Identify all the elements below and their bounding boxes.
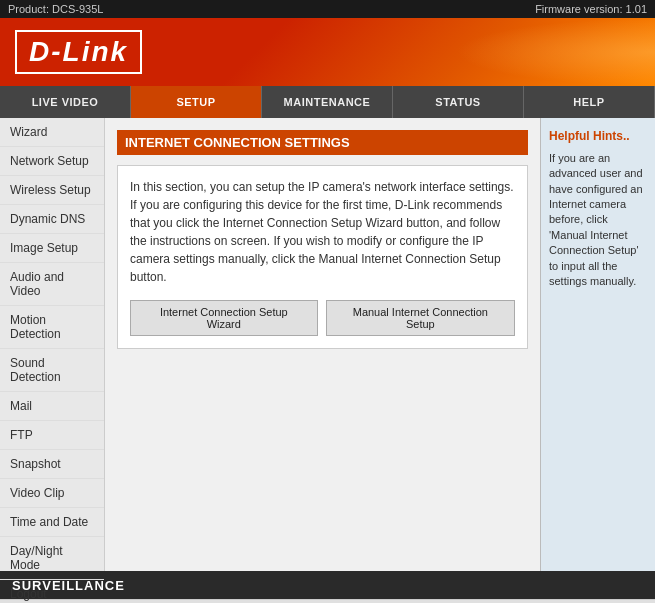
top-bar: Product: DCS-935L Firmware version: 1.01 [0, 0, 655, 18]
main-content: INTERNET CONNECTION SETTINGS In this sec… [105, 118, 540, 571]
sidebar-item-video-clip[interactable]: Video Clip [0, 479, 104, 508]
help-title: Helpful Hints.. [549, 128, 647, 145]
sidebar-item-motion-detection[interactable]: Motion Detection [0, 306, 104, 349]
navigation: LIVE VIDEO SETUP MAINTENANCE STATUS HELP [0, 86, 655, 118]
sidebar-item-image-setup[interactable]: Image Setup [0, 234, 104, 263]
sidebar-item-network-setup[interactable]: Network Setup [0, 147, 104, 176]
sidebar-item-wizard[interactable]: Wizard [0, 118, 104, 147]
header: D-Link [0, 18, 655, 86]
product-label: Product: DCS-935L [8, 3, 103, 15]
sidebar-item-audio-video[interactable]: Audio and Video [0, 263, 104, 306]
sidebar-item-snapshot[interactable]: Snapshot [0, 450, 104, 479]
sidebar-item-dynamic-dns[interactable]: Dynamic DNS [0, 205, 104, 234]
nav-help[interactable]: HELP [524, 86, 655, 118]
section-title: INTERNET CONNECTION SETTINGS [117, 130, 528, 155]
sidebar-item-time-date[interactable]: Time and Date [0, 508, 104, 537]
logo-text: D-Link [29, 36, 128, 67]
nav-maintenance[interactable]: MAINTENANCE [262, 86, 393, 118]
nav-live-video[interactable]: LIVE VIDEO [0, 86, 131, 118]
help-panel: Helpful Hints.. If you are an advanced u… [540, 118, 655, 571]
sidebar: Wizard Network Setup Wireless Setup Dyna… [0, 118, 105, 571]
sidebar-item-ftp[interactable]: FTP [0, 421, 104, 450]
body-text: In this section, you can setup the IP ca… [130, 178, 515, 286]
firmware-label: Firmware version: 1.01 [535, 3, 647, 15]
brand-label: SURVEILLANCE [12, 578, 125, 593]
buttons-area: Internet Connection Setup Wizard Manual … [130, 300, 515, 336]
sidebar-item-sound-detection[interactable]: Sound Detection [0, 349, 104, 392]
main-layout: Wizard Network Setup Wireless Setup Dyna… [0, 118, 655, 571]
wizard-button[interactable]: Internet Connection Setup Wizard [130, 300, 318, 336]
sidebar-item-mail[interactable]: Mail [0, 392, 104, 421]
nav-setup[interactable]: SETUP [131, 86, 262, 118]
nav-status[interactable]: STATUS [393, 86, 524, 118]
content-box: In this section, you can setup the IP ca… [117, 165, 528, 349]
manual-button[interactable]: Manual Internet Connection Setup [326, 300, 515, 336]
help-text: If you are an advanced user and have con… [549, 151, 647, 290]
logo: D-Link [15, 30, 142, 74]
sidebar-item-wireless-setup[interactable]: Wireless Setup [0, 176, 104, 205]
sidebar-item-day-night[interactable]: Day/Night Mode [0, 537, 104, 580]
content-area: INTERNET CONNECTION SETTINGS In this sec… [105, 118, 655, 571]
